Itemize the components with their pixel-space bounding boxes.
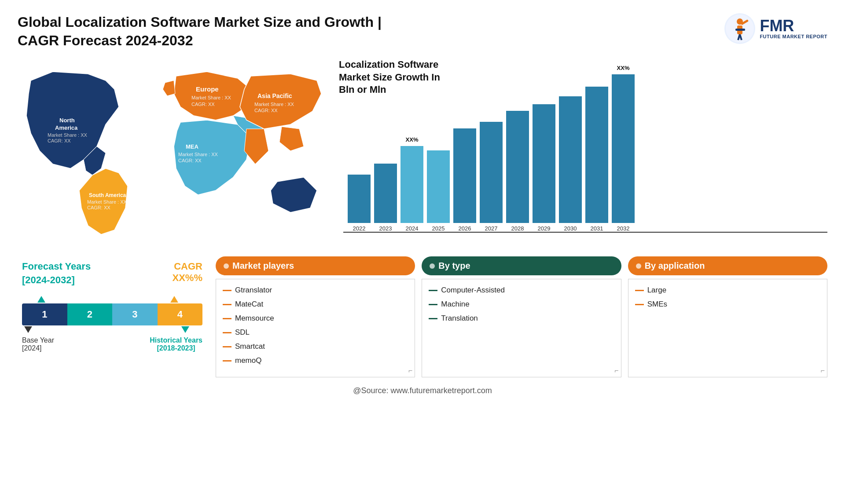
bar-2023: 2023 (374, 164, 397, 232)
logo-text: FMR FUTURE MARKET REPORT (760, 18, 827, 39)
by-application-content: Large SMEs ⌐ (628, 279, 827, 377)
bar-2030: 2030 (559, 96, 582, 232)
svg-text:Europe: Europe (196, 85, 219, 93)
by-type-title: By type (438, 261, 470, 271)
list-item: memoQ (223, 356, 408, 365)
dash-icon (429, 318, 437, 319)
header: Global Localization Software Market Size… (18, 13, 827, 50)
bar-2031: 2031 (585, 87, 608, 232)
corner-bracket: ⌐ (821, 367, 825, 375)
bar-2024: XX% 2024 (400, 146, 423, 232)
chart-area: Localization Software Market Size Growth… (339, 58, 827, 243)
page: Global Localization Software Market Size… (0, 0, 845, 504)
list-item: Computer-Assisted (429, 286, 614, 295)
list-item: Large (635, 286, 820, 295)
cagr-label: CAGR (173, 261, 202, 272)
source-text: @Source: www.futuremarketreport.com (353, 386, 492, 395)
corner-bracket: ⌐ (408, 367, 412, 375)
dash-icon (223, 332, 231, 333)
svg-text:CAGR: XX: CAGR: XX (191, 102, 215, 107)
stats-box: Forecast Years [2024-2032] CAGR XX%% (18, 256, 207, 377)
by-application-header: By application (628, 256, 827, 275)
corner-bracket: ⌐ (614, 367, 618, 375)
segment-2: 2 (67, 303, 113, 325)
by-type-panel: By type Computer-Assisted Machine Transl… (422, 256, 621, 377)
bar-2029: 2029 (533, 104, 555, 232)
map-area: North America Market Share : XX CAGR: XX… (18, 58, 326, 243)
svg-text:Market Share : XX: Market Share : XX (87, 199, 127, 205)
list-item: Gtranslator (223, 286, 408, 295)
bar-2032: XX% 2032 (612, 74, 635, 232)
by-type-dot (430, 263, 435, 269)
bar-chart: 2022 2023 XX% 2024 2025 (343, 105, 827, 233)
bar-2028: 2028 (506, 111, 529, 232)
top-section: North America Market Share : XX CAGR: XX… (18, 58, 827, 243)
timeline-bar: 1 2 3 4 (22, 303, 202, 325)
market-players-dot (224, 263, 229, 269)
logo-fmr-text: FMR (760, 18, 794, 34)
segment-4: 4 (158, 303, 203, 325)
market-players-content: Gtranslator MateCat Memsource SDL (216, 279, 415, 377)
chart-title: Localization Software Market Size Growth… (339, 58, 827, 96)
base-year-value: [2024] (22, 344, 54, 352)
bar-2025: 2025 (427, 150, 450, 232)
svg-text:CAGR: XX: CAGR: XX (48, 138, 71, 143)
market-players-panel: Market players Gtranslator MateCat Memso… (216, 256, 415, 377)
svg-text:MEA: MEA (186, 143, 199, 150)
list-item: SMEs (635, 300, 820, 309)
source-footer: @Source: www.futuremarketreport.com (18, 386, 827, 395)
page-title: Global Localization Software Market Size… (18, 13, 414, 50)
svg-text:South America: South America (89, 192, 126, 198)
list-item: Machine (429, 300, 614, 309)
by-type-header: By type (422, 256, 621, 275)
svg-text:America: America (55, 124, 78, 131)
svg-text:Market Share : XX: Market Share : XX (254, 102, 294, 107)
svg-text:Market Share : XX: Market Share : XX (48, 132, 88, 138)
svg-text:Market Share : XX: Market Share : XX (191, 95, 231, 100)
dash-icon (635, 304, 644, 305)
historical-label: Historical Years (150, 336, 202, 344)
logo-subtitle: FUTURE MARKET REPORT (760, 34, 827, 39)
logo-area: FMR FUTURE MARKET REPORT (724, 13, 827, 44)
forecast-row: Forecast Years [2024-2032] CAGR XX%% (22, 261, 202, 292)
category-panels: Market players Gtranslator MateCat Memso… (216, 256, 827, 377)
by-type-content: Computer-Assisted Machine Translation ⌐ (422, 279, 621, 377)
list-item: Translation (429, 314, 614, 323)
dash-icon (223, 346, 231, 347)
dash-icon (429, 304, 437, 305)
bar-2022: 2022 (348, 175, 371, 232)
xx2-label: XX% (617, 65, 630, 71)
svg-text:Asia Pacific: Asia Pacific (257, 92, 292, 99)
base-year-label: Base Year (22, 336, 54, 344)
cagr-value: XX%% (173, 272, 202, 284)
forecast-years: [2024-2032] (22, 274, 91, 286)
logo-icon (724, 13, 755, 44)
dash-icon (429, 290, 437, 291)
forecast-label: Forecast Years (22, 261, 91, 272)
svg-rect-3 (735, 29, 745, 31)
xx-label: XX% (406, 136, 419, 143)
dash-icon (635, 290, 644, 291)
bar-2026: 2026 (453, 128, 476, 232)
list-item: SDL (223, 328, 408, 337)
list-item: Memsource (223, 314, 408, 323)
dash-icon (223, 304, 231, 305)
segment-1: 1 (22, 303, 67, 325)
by-application-dot (636, 263, 641, 269)
list-item: Smartcat (223, 342, 408, 351)
svg-text:CAGR: XX: CAGR: XX (178, 158, 202, 163)
dash-icon (223, 360, 231, 362)
bar-2027: 2027 (480, 122, 503, 232)
segment-3: 3 (112, 303, 158, 325)
by-application-panel: By application Large SMEs ⌐ (628, 256, 827, 377)
historical-years: [2018-2023] (150, 344, 202, 352)
market-players-header: Market players (216, 256, 415, 275)
by-application-title: By application (645, 261, 705, 271)
bottom-section: Forecast Years [2024-2032] CAGR XX%% (18, 256, 827, 377)
market-players-title: Market players (232, 261, 294, 271)
dash-icon (223, 290, 231, 291)
svg-text:North: North (59, 117, 75, 124)
svg-text:CAGR: XX: CAGR: XX (87, 205, 110, 210)
dash-icon (223, 318, 231, 319)
svg-text:CAGR: XX: CAGR: XX (254, 108, 278, 113)
